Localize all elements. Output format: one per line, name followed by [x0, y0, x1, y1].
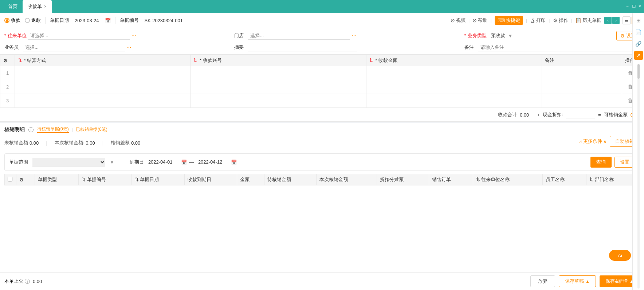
right-sidebar: ⊞ 📄 🔗 ↗ — [632, 13, 644, 290]
save-draft-button[interactable]: 保存草稿 ▲ — [559, 275, 596, 287]
query-button[interactable]: 查询 — [590, 157, 612, 168]
discount-input[interactable] — [566, 111, 595, 118]
col-partner-header: ⇅ 往来单位名称 — [473, 174, 542, 185]
date-end-input[interactable] — [196, 158, 229, 166]
tab-home-label: 首页 — [8, 3, 17, 10]
tab-receipt[interactable]: 收款单 × — [23, 0, 52, 13]
date-calendar-icon[interactable]: 📅 — [105, 18, 111, 23]
footer-info-icon[interactable]: i — [25, 279, 30, 284]
date-value: 2023-03-24 — [75, 18, 99, 23]
select-all-checkbox[interactable] — [8, 177, 12, 181]
tab-pending[interactable]: 待核销单据(0笔) — [37, 126, 69, 133]
radio-refund[interactable]: 退款 — [25, 17, 41, 24]
bottom-table: ⚙ 单据类型 ⇅ 单据编号 ⇅ 单据日期 收款到期日 — [4, 174, 640, 185]
business-type-value: 预收款 — [491, 32, 505, 39]
discard-button[interactable]: 放弃 — [530, 275, 555, 287]
delete-icon-2[interactable]: 🗑 — [628, 84, 633, 90]
row-num-3: 3 — [0, 94, 15, 108]
settings-gear-icon: ⚙ — [620, 33, 625, 39]
col-settings-header[interactable]: ⚙ — [0, 55, 15, 66]
calendar-start-icon[interactable]: 📅 — [181, 160, 187, 165]
nav-prev[interactable]: ‹ — [604, 17, 612, 24]
salesperson-input[interactable] — [23, 43, 125, 51]
draft-label: 保存草稿 — [565, 278, 584, 285]
range-select[interactable] — [32, 158, 105, 166]
store-input[interactable] — [248, 32, 350, 40]
radio-receipt[interactable]: 收款 — [4, 17, 20, 24]
action-operations[interactable]: ⚙ 操作 — [553, 17, 568, 24]
action-shortcut[interactable]: ⌨ 快捷键 — [495, 16, 523, 25]
delete-icon-1[interactable]: 🗑 — [628, 70, 633, 76]
summary-label: 摘要 — [234, 44, 244, 51]
store-more-btn[interactable]: ··· — [352, 32, 356, 39]
col-current-header: 本次核销金额 — [316, 174, 377, 185]
stat-current: 本次核销金额: 0.00 — [55, 140, 95, 146]
account-cell-3[interactable] — [191, 94, 366, 108]
writeoff-info-icon[interactable]: i — [28, 127, 34, 132]
tab-close-icon[interactable]: × — [44, 4, 47, 9]
calendar-end-icon[interactable]: 📅 — [231, 160, 237, 165]
sidebar-doc-icon[interactable]: 📄 — [634, 28, 643, 36]
ai-bubble[interactable]: Ai — [609, 250, 631, 261]
col-account-header: ⇅ * 收款账号 — [191, 55, 366, 66]
filter-settings-button[interactable]: 设置 — [614, 157, 635, 168]
action-history[interactable]: 📋 历史单据 — [575, 17, 601, 24]
note-input[interactable] — [478, 43, 640, 51]
salesperson-more-btn[interactable]: ··· — [126, 44, 131, 51]
settings-icon: ⚙ — [3, 58, 8, 63]
layout-list-icon[interactable]: ☰ — [623, 16, 631, 24]
draft-caret-icon[interactable]: ▲ — [585, 279, 590, 284]
col-settings-bottom[interactable]: ⚙ — [16, 174, 35, 185]
account-cell-1[interactable] — [191, 66, 366, 80]
delete-icon-3[interactable]: 🗑 — [628, 98, 633, 104]
action-help[interactable]: ⊙ 帮助 — [472, 17, 487, 24]
partner-more-btn[interactable]: ··· — [131, 32, 136, 39]
settlement-cell-2[interactable] — [15, 80, 191, 94]
amount-cell-3[interactable] — [366, 94, 542, 108]
settlement-cell-1[interactable] — [15, 66, 191, 80]
total-label: 收款合计 — [498, 111, 517, 118]
col-checkbox — [5, 174, 16, 185]
business-type-caret[interactable]: ▼ — [508, 33, 513, 39]
total-value: 0.00 — [520, 112, 534, 118]
sidebar-expand-icon[interactable]: ↗ — [634, 51, 643, 60]
tab-done[interactable]: 已核销单据(0笔) — [76, 126, 107, 133]
toolbar: 收款 退款 单据日期 2023-03-24 📅 单据编号 SK-20230324… — [0, 13, 644, 28]
range-caret[interactable]: ▼ — [110, 160, 114, 165]
scrollbar-thumb — [637, 64, 640, 79]
diff-value: 0.00 — [131, 140, 140, 146]
amount-cell-1[interactable] — [366, 66, 542, 80]
summary-input[interactable] — [248, 43, 357, 51]
maximize-icon[interactable]: □ — [633, 3, 636, 10]
radio-receipt-dot — [4, 18, 9, 23]
date-start-input[interactable] — [146, 158, 179, 166]
remark-cell-3[interactable] — [542, 94, 622, 108]
ops-label: 操作 — [559, 17, 568, 24]
action-video[interactable]: ⊙ 视频 — [451, 17, 466, 24]
account-cell-2[interactable] — [191, 80, 366, 94]
toolbar-actions: ⊙ 视频 | ⊙ 帮助 | ⌨ 快捷键 | 🖨 打印 | ⚙ 操作 — [451, 16, 640, 25]
action-print[interactable]: 🖨 打印 — [530, 17, 546, 24]
note-field: 备注 — [464, 43, 640, 51]
store-field: 门店 ··· — [234, 32, 453, 40]
history-icon: 📋 — [575, 17, 581, 23]
remark-cell-1[interactable] — [542, 66, 622, 80]
sidebar-link-icon[interactable]: 🔗 — [634, 39, 643, 48]
tab-bar: 首页 收款单 × － □ × — [0, 0, 644, 13]
amount-cell-2[interactable] — [366, 80, 542, 94]
minimize-icon[interactable]: － — [625, 3, 630, 10]
nav-next[interactable]: › — [612, 17, 620, 24]
footer-actions: 放弃 保存草稿 ▲ 保存&新增 ▲ — [530, 275, 640, 287]
more-conditions-btn[interactable]: ⊿ 更多条件 ∧ — [578, 138, 607, 145]
settlement-cell-3[interactable] — [15, 94, 191, 108]
partner-input[interactable] — [28, 32, 130, 40]
col-discount-header: 折扣分摊额 — [377, 174, 429, 185]
window-controls: － □ × — [625, 3, 641, 10]
scrollbar-track — [637, 64, 640, 289]
col-amount-header-b: 金额 — [237, 174, 264, 185]
partner-field: * 往来单位 ··· — [4, 32, 223, 40]
window-close-icon[interactable]: × — [638, 3, 641, 10]
sidebar-table-icon[interactable]: ⊞ — [634, 16, 643, 25]
tab-home[interactable]: 首页 — [3, 0, 23, 13]
remark-cell-2[interactable] — [542, 80, 622, 94]
